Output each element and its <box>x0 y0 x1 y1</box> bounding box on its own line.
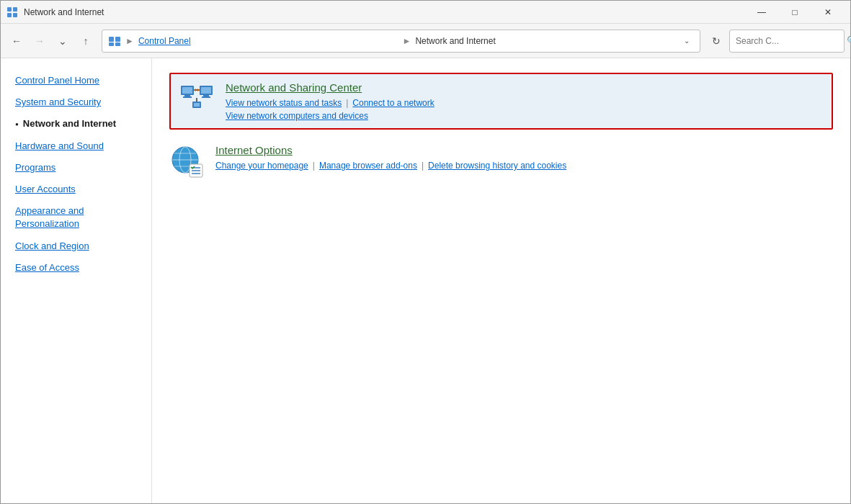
close-button[interactable]: ✕ <box>811 1 845 24</box>
svg-rect-3 <box>13 13 17 17</box>
internet-options-icon <box>169 144 204 179</box>
internet-options-section: Internet Options Change your homepage | … <box>169 144 833 179</box>
sep3: | <box>422 161 424 171</box>
sidebar-item-ease-of-access[interactable]: Ease of Access <box>1 257 151 279</box>
sep2: | <box>313 161 315 171</box>
internet-options-links: Change your homepage | Manage browser ad… <box>215 161 566 171</box>
window-controls: — □ ✕ <box>745 1 845 24</box>
network-sharing-info: Network and Sharing Center View network … <box>226 81 435 121</box>
search-box: 🔍 <box>729 30 845 53</box>
svg-rect-10 <box>184 95 190 96</box>
content-area: Network and Sharing Center View network … <box>152 58 850 503</box>
view-computers-link[interactable]: View network computers and devices <box>226 111 368 121</box>
address-dropdown-button[interactable]: ⌄ <box>680 34 694 48</box>
network-sharing-section: Network and Sharing Center View network … <box>169 73 833 130</box>
refresh-button[interactable]: ↻ <box>706 31 726 51</box>
sidebar-item-control-panel-home[interactable]: Control Panel Home <box>1 70 151 91</box>
sidebar-item-network-internet: Network and Internet <box>1 113 151 135</box>
sidebar-item-hardware-sound[interactable]: Hardware and Sound <box>1 135 151 157</box>
internet-options-title[interactable]: Internet Options <box>215 144 566 156</box>
svg-rect-0 <box>7 7 12 12</box>
main-window: Network and Internet — □ ✕ ← → ⌄ ↑ ► Con… <box>0 0 851 504</box>
network-sharing-links-row1: View network status and tasks | Connect … <box>226 98 435 108</box>
view-network-status-link[interactable]: View network status and tasks <box>226 98 342 108</box>
svg-rect-1 <box>13 7 17 12</box>
svg-marker-21 <box>197 89 200 91</box>
address-bar: ► Control Panel ► Network and Internet ⌄ <box>102 30 700 53</box>
address-bar-icon <box>108 35 121 48</box>
address-sep1: ► <box>403 36 411 46</box>
svg-rect-7 <box>115 42 120 46</box>
internet-options-info: Internet Options Change your homepage | … <box>215 144 566 171</box>
recent-locations-button[interactable]: ⌄ <box>53 31 73 51</box>
address-prefix: ► <box>125 36 134 46</box>
svg-rect-9 <box>182 87 192 94</box>
svg-rect-4 <box>109 37 114 42</box>
delete-history-link[interactable]: Delete browsing history and cookies <box>428 161 566 171</box>
sep1: | <box>346 98 348 108</box>
minimize-button[interactable]: — <box>745 1 778 24</box>
window-title: Network and Internet <box>24 7 739 17</box>
connect-network-link[interactable]: Connect to a network <box>352 98 434 108</box>
sidebar: Control Panel Home System and Security N… <box>1 58 152 503</box>
up-button[interactable]: ↑ <box>76 31 96 51</box>
sidebar-item-appearance-personalization[interactable]: Appearance and Personalization <box>1 200 151 235</box>
network-sharing-links-row2: View network computers and devices <box>226 111 435 121</box>
svg-rect-5 <box>115 37 120 42</box>
svg-rect-14 <box>203 95 209 96</box>
network-sharing-title[interactable]: Network and Sharing Center <box>226 81 435 94</box>
sidebar-item-user-accounts[interactable]: User Accounts <box>1 179 151 200</box>
navigation-bar: ← → ⌄ ↑ ► Control Panel ► Network and In… <box>1 24 850 58</box>
svg-rect-6 <box>109 42 114 46</box>
sidebar-item-system-security[interactable]: System and Security <box>1 91 151 113</box>
svg-rect-18 <box>194 103 200 107</box>
main-content: Control Panel Home System and Security N… <box>1 58 850 503</box>
window-icon <box>6 6 18 18</box>
svg-rect-11 <box>183 96 192 98</box>
change-homepage-link[interactable]: Change your homepage <box>215 161 308 171</box>
svg-rect-2 <box>7 13 12 17</box>
svg-rect-15 <box>202 96 210 98</box>
maximize-button[interactable]: □ <box>778 1 811 24</box>
title-bar: Network and Internet — □ ✕ <box>1 1 850 24</box>
sidebar-item-clock-region[interactable]: Clock and Region <box>1 235 151 257</box>
forward-button[interactable]: → <box>30 31 50 51</box>
search-input[interactable] <box>736 36 844 46</box>
svg-marker-20 <box>194 89 196 91</box>
network-sharing-item: Network and Sharing Center View network … <box>179 81 823 121</box>
search-icon[interactable]: 🔍 <box>847 35 851 46</box>
svg-rect-13 <box>201 87 211 94</box>
network-sharing-icon <box>179 81 214 116</box>
sidebar-item-programs[interactable]: Programs <box>1 157 151 179</box>
manage-addons-link[interactable]: Manage browser add-ons <box>319 161 417 171</box>
back-button[interactable]: ← <box>6 31 27 51</box>
address-current: Network and Internet <box>415 36 675 46</box>
address-control-panel[interactable]: Control Panel <box>138 36 398 46</box>
